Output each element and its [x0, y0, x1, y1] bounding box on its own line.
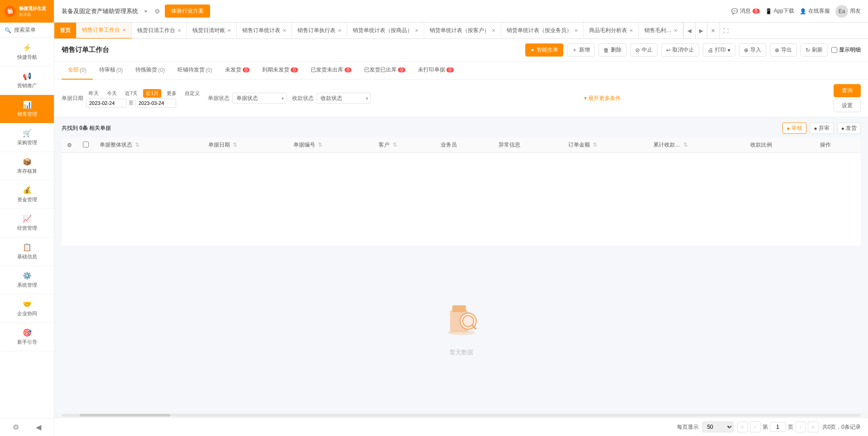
- tab-sales-by-customer-close[interactable]: ✕: [492, 28, 495, 33]
- show-detail-checkbox[interactable]: 显示明细: [831, 46, 861, 54]
- sidebar-search[interactable]: 🔍 搜索菜单: [0, 23, 54, 38]
- sidebar-item-quick-nav[interactable]: ⚡ 快捷导航: [0, 38, 54, 66]
- page-last-button[interactable]: »: [808, 422, 819, 432]
- col-number[interactable]: 单据编号 ⇅: [288, 137, 373, 153]
- filter-tab-unshipped[interactable]: 未发货 0: [219, 62, 256, 80]
- online-service-button[interactable]: 👤 在线客服: [800, 7, 830, 15]
- settings-button[interactable]: 设置: [834, 99, 861, 112]
- tab-cash-reconcile-close[interactable]: ✕: [227, 28, 231, 33]
- tab-sales-stats-close[interactable]: ✕: [283, 28, 286, 33]
- table-settings-header[interactable]: ⚙: [62, 137, 77, 153]
- tab-sales-workbench-close[interactable]: ✕: [122, 28, 126, 33]
- message-button[interactable]: 💬 消息 6: [731, 7, 760, 15]
- tab-sales-profit-close[interactable]: ✕: [674, 28, 677, 33]
- col-staff[interactable]: 业务员: [435, 137, 493, 153]
- sidebar-item-system[interactable]: ⚙️ 系统管理: [0, 266, 54, 294]
- tab-sales-by-staff-close[interactable]: ✕: [574, 28, 578, 33]
- tab-cash-daily-close[interactable]: ✕: [177, 28, 181, 33]
- user-menu[interactable]: Ea 用友: [835, 5, 861, 18]
- col-ratio[interactable]: 收款比例: [745, 137, 815, 153]
- tab-cash-reconcile[interactable]: 钱货日清对账 ✕: [187, 23, 237, 39]
- tab-sales-exec-close[interactable]: ✕: [338, 28, 341, 33]
- page-size-select[interactable]: 50 20 100: [702, 422, 734, 432]
- query-button[interactable]: 查询: [834, 84, 861, 97]
- tab-sales-by-customer[interactable]: 销货单统计表（按客户） ✕: [424, 23, 501, 39]
- sidebar-item-marketing[interactable]: 📢 营销推广: [0, 66, 54, 95]
- yesterday-btn[interactable]: 昨天: [86, 89, 101, 98]
- col-amount[interactable]: 订单金额 ⇅: [563, 137, 648, 153]
- app-download-button[interactable]: 📱 App下载: [765, 7, 794, 15]
- col-customer[interactable]: 客户 ⇅: [373, 137, 435, 153]
- sidebar-item-purchase[interactable]: 🛒 采购管理: [0, 123, 54, 152]
- scrollbar-track[interactable]: [62, 414, 861, 417]
- sidebar-item-guide[interactable]: 🎯 新手引导: [0, 323, 54, 351]
- tab-sales-profit[interactable]: 销售毛利… ✕: [639, 23, 683, 39]
- tab-fullscreen-button[interactable]: ⛶: [719, 23, 732, 39]
- tab-sales-by-staff[interactable]: 销货单统计表（按业务员） ✕: [501, 23, 584, 39]
- settings-icon[interactable]: ⚙: [154, 8, 160, 15]
- stop-button[interactable]: ⊘ 中止: [630, 43, 657, 57]
- scrollbar-area[interactable]: [54, 413, 868, 417]
- col-collected[interactable]: 累计收款… ⇅: [648, 137, 745, 153]
- today-btn[interactable]: 今天: [104, 89, 120, 98]
- table-checkbox-header[interactable]: [77, 137, 94, 153]
- payment-select[interactable]: 收款状态: [317, 93, 371, 104]
- col-date[interactable]: 单据日期 ⇅: [203, 137, 288, 153]
- col-status[interactable]: 单据整体状态 ⇅: [94, 137, 203, 153]
- filter-tab-shipped-not-out[interactable]: 已发货未出库 0: [304, 62, 358, 80]
- sidebar-item-sales[interactable]: 📊 销售管理: [0, 95, 54, 123]
- 1month-btn[interactable]: 近1月: [143, 89, 161, 98]
- filter-tab-shipped-out[interactable]: 已发货已出库 0: [358, 62, 412, 80]
- filter-tab-unprinted[interactable]: 未打印单据 0: [412, 62, 460, 80]
- filter-tab-pending-inspect[interactable]: 待拣验货 (0): [129, 62, 171, 80]
- smart-create-button[interactable]: ✦ 智能生单: [525, 43, 563, 57]
- tab-sales-by-product-close[interactable]: ✕: [415, 28, 418, 33]
- tab-cash-daily[interactable]: 钱货日清工作台 ✕: [132, 23, 187, 39]
- filter-tab-all[interactable]: 全部 (0): [62, 62, 93, 80]
- tab-sales-workbench[interactable]: 销售订单工作台 ✕: [77, 23, 132, 39]
- filter-tab-wangpu-ship[interactable]: 旺铺待发货 (0): [171, 62, 219, 80]
- status-select[interactable]: 单据状态: [232, 93, 287, 104]
- scrollbar-thumb[interactable]: [80, 414, 170, 417]
- sidebar-item-enterprise[interactable]: 🤝 企业协同: [0, 294, 54, 323]
- page-first-button[interactable]: «: [737, 422, 748, 432]
- col-abnormal[interactable]: 异常信息: [493, 137, 563, 153]
- expand-icon[interactable]: ▾: [144, 8, 147, 14]
- print-button[interactable]: 🖨 打印 ▾: [703, 43, 735, 57]
- cancel-audit-button[interactable]: ● 弃审: [810, 123, 834, 134]
- collapse-icon[interactable]: ◀: [36, 423, 41, 431]
- filter-tab-overdue-unshipped[interactable]: 到期未发货 0: [256, 62, 304, 80]
- tab-home[interactable]: 首页: [54, 23, 77, 39]
- sidebar-item-operation[interactable]: 📈 经营管理: [0, 209, 54, 237]
- show-detail-input[interactable]: [831, 47, 837, 53]
- tab-sales-stats[interactable]: 销售订单统计表 ✕: [237, 23, 292, 39]
- custom-btn[interactable]: 自定义: [182, 89, 202, 98]
- refresh-button[interactable]: ↻ 刷新: [801, 43, 828, 57]
- tab-prev-button[interactable]: ◀: [683, 23, 695, 39]
- date-to-input[interactable]: [135, 99, 176, 108]
- more-btn[interactable]: 更多: [164, 89, 179, 98]
- add-button[interactable]: ＋ 新增: [567, 43, 595, 57]
- page-next-button[interactable]: ›: [795, 422, 806, 432]
- expand-conditions-button[interactable]: ▾ 展开更多条件: [584, 95, 621, 102]
- date-from-input[interactable]: [86, 99, 127, 108]
- page-input[interactable]: [770, 422, 786, 432]
- tab-sales-by-product[interactable]: 销货单统计表（按商品） ✕: [347, 23, 424, 39]
- page-prev-button[interactable]: ‹: [750, 422, 761, 432]
- sidebar-item-finance[interactable]: 💰 资金管理: [0, 180, 54, 209]
- settings-icon[interactable]: ⚙: [13, 423, 19, 431]
- tab-next-button[interactable]: ▶: [695, 23, 707, 39]
- tab-profit-analysis-close[interactable]: ✕: [629, 28, 633, 33]
- delete-button[interactable]: 🗑 删除: [599, 43, 627, 57]
- select-all-checkbox[interactable]: [83, 142, 89, 147]
- export-button[interactable]: ⊕ 导出: [770, 43, 797, 57]
- tab-profit-analysis[interactable]: 商品毛利分析表 ✕: [584, 23, 639, 39]
- cancel-stop-button[interactable]: ↩ 取消中止: [661, 43, 699, 57]
- sidebar-item-basic[interactable]: 📋 基础信息: [0, 237, 54, 266]
- audit-button[interactable]: ● 审核: [782, 123, 806, 134]
- tab-sales-exec[interactable]: 销售订单执行表 ✕: [292, 23, 347, 39]
- 7days-btn[interactable]: 近7天: [122, 89, 140, 98]
- ship-button[interactable]: ● 发货: [837, 123, 861, 134]
- sidebar-item-inventory[interactable]: 📦 库存核算: [0, 152, 54, 180]
- industry-solution-button[interactable]: 体验行业方案: [165, 5, 210, 18]
